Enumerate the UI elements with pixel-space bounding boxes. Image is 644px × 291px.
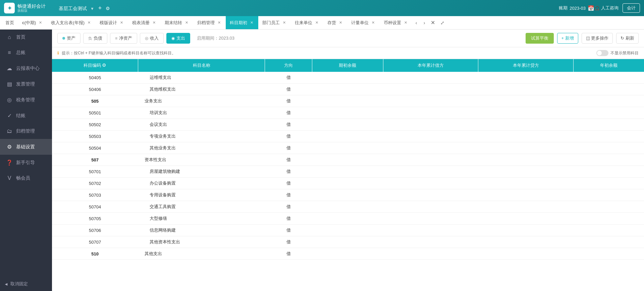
tab-nav-right[interactable]: › [420,16,428,29]
cell-ytd-credit [478,107,574,119]
table-row[interactable]: 50704 交通工具购置 借 [52,201,644,213]
sub-tab-label: 资产 [67,35,75,41]
tab-close-icon[interactable]: ✕ [249,20,254,25]
cell-ytd-credit [478,142,574,154]
tab-archive[interactable]: 归档管理 ✕ [193,16,226,29]
balance-button[interactable]: 试算平衡 [526,33,554,44]
sidebar-item-invoice[interactable]: ▤ 发票管理 [0,76,52,92]
info-icon: ℹ [57,51,59,55]
more-button[interactable]: ◫ 更多操作 [582,33,613,44]
add-button[interactable]: + 新增 [557,33,578,44]
cell-year-begin [573,248,644,260]
cell-year-begin [573,72,644,84]
sidebar-item-reports[interactable]: ☁ 云报表中心 [0,60,52,76]
cell-name: 其他资本性支出 [138,236,265,248]
sub-tab-net-asset[interactable]: ≡ 净资产 [110,33,137,44]
cell-name: 办公设备购置 [138,178,265,189]
table-row[interactable]: 50707 其他资本性支出 借 [52,236,644,248]
tab-close-icon[interactable]: ✕ [403,20,408,25]
cell-opening-balance [312,72,383,84]
sidebar-collapse[interactable]: ◄ 取消固定 [0,277,52,291]
table-row[interactable]: 50405 运维维支出 借 [52,72,644,84]
company-name[interactable]: 基层工会测试 ▼ + ⚙ [59,5,559,12]
tab-counterpart[interactable]: 往来单位 ✕ [291,16,323,29]
tab-currency[interactable]: 币种设置 ✕ [380,16,412,29]
table-header-row: 科目编码 ⚙ 科目名称 方向 期初余额 本年累计借方 本年累计贷方 年初余额 [52,59,644,72]
refresh-button[interactable]: ↻ 刷新 [616,33,639,44]
tab-expand[interactable]: ⤢ [438,16,447,29]
table-row[interactable]: 50504 其他业务支出 借 [52,142,644,154]
tab-close-icon[interactable]: ✕ [314,20,319,25]
cell-code: 50701 [52,166,138,178]
tab-close-icon[interactable]: ✕ [38,20,43,25]
table-row[interactable]: 510 其他支出 借 [52,248,644,260]
tab-close-icon[interactable]: ✕ [371,20,376,25]
table-row[interactable]: 50706 信息网络购建 借 [52,225,644,236]
tab-close-icon[interactable]: ✕ [184,20,189,25]
tab-close-icon[interactable]: ✕ [152,20,157,25]
sidebar-item-archive[interactable]: 🗂 归档管理 [0,124,52,139]
sidebar-item-ledger[interactable]: ≡ 总账 [0,45,52,60]
tab-home[interactable]: 首页 [1,16,18,29]
tab-subject-init[interactable]: 科目期初 ✕ [226,16,258,29]
tab-close-icon[interactable]: ✕ [282,20,287,25]
help-button[interactable]: 🎧 人工咨询 [594,5,619,11]
table-row[interactable]: 50703 专用设备购置 借 [52,189,644,201]
tab-close-icon[interactable]: ✕ [87,20,92,25]
tab-income-year[interactable]: 收入支出表(年报) ✕ [47,16,96,29]
tab-period-end[interactable]: 期末结转 ✕ [161,16,193,29]
cell-direction: 借 [265,154,312,166]
cell-ytd-credit [478,178,574,189]
tab-close-icon[interactable]: ✕ [119,20,124,25]
table-row[interactable]: 50701 房屋建筑物购建 借 [52,166,644,178]
sidebar-item-tax[interactable]: ◎ 税务管理 [0,92,52,108]
table-row[interactable]: 507 资本性支出 借 [52,154,644,166]
sidebar-item-home[interactable]: ⌂ 首页 [0,30,52,45]
sidebar-item-member[interactable]: V 畅会员 [0,171,52,186]
cell-name: 其他支出 [138,248,265,260]
settings-btn[interactable]: ⚙ [106,6,110,11]
tax-icon: ◎ [6,97,13,103]
period-area: 账期 2023-03 📅 [559,5,594,11]
table-row[interactable]: 50502 会议支出 借 [52,119,644,131]
sub-tab-liability[interactable]: 负 负债 [83,33,107,44]
tab-nav-left[interactable]: ‹ [412,16,420,29]
sub-tab-bar: 资产 负 负债 ≡ 净资产 ◎ 收入 ◉ 支出 启用期间：2023.03 试算平… [52,30,644,47]
account-button[interactable]: 会计 [623,3,640,13]
sub-tab-asset[interactable]: 资产 [57,33,80,44]
table-row[interactable]: 50501 培训支出 借 [52,107,644,119]
table-row[interactable]: 505 业务支出 借 [52,95,644,107]
cell-name: 专项业务支出 [138,131,265,142]
cell-code: 50406 [52,84,138,95]
income-icon: ◎ [145,36,148,41]
toggle-switch[interactable] [596,50,608,56]
cell-code: 507 [52,154,138,166]
table-row[interactable]: 50702 办公设备购置 借 [52,178,644,189]
sub-tab-expense[interactable]: ◉ 支出 [166,33,190,44]
sub-tab-income[interactable]: ◎ 收入 [140,33,164,44]
tab-report-mid[interactable]: є(中期) ✕ [18,16,47,29]
cell-year-begin [573,131,644,142]
cell-ytd-credit [478,201,574,213]
tab-inventory[interactable]: 存货 ✕ [323,16,347,29]
sidebar-item-guide[interactable]: ❓ 新手引导 [0,155,52,171]
archive-icon: 🗂 [6,128,13,134]
tab-tax[interactable]: 税表清册 ✕ [128,16,161,29]
tab-dept[interactable]: 部门员工 ✕ [258,16,291,29]
sidebar: ⌂ 首页 ≡ 总账 ☁ 云报表中心 ▤ 发票管理 ◎ 税务管理 ✓ 结账 🗂 归… [0,30,52,291]
tab-template[interactable]: 模版设计 ✕ [96,16,128,29]
sidebar-item-basic[interactable]: ⚙ 基础设置 [0,139,52,155]
notice-bar: ℹ 提示：按Ctrl + F键并输入科目编码或者科目名称可以查找科目。 不显示禁… [52,47,644,59]
calendar-icon[interactable]: 📅 [588,5,594,11]
table-row[interactable]: 50406 其他维权支出 借 [52,84,644,95]
table-row[interactable]: 50503 专项业务支出 借 [52,131,644,142]
tab-close-icon[interactable]: ✕ [217,20,222,25]
tab-close-all[interactable]: ✕ [428,16,438,29]
tab-label: 币种设置 [384,20,401,26]
table-row[interactable]: 50705 大型修缮 借 [52,213,644,225]
sidebar-item-closing[interactable]: ✓ 结账 [0,108,52,124]
tab-unit[interactable]: 计量单位 ✕ [347,16,380,29]
tab-close-icon[interactable]: ✕ [338,20,343,25]
add-company-btn[interactable]: + [98,5,102,11]
gear-icon[interactable]: ⚙ [102,62,106,68]
